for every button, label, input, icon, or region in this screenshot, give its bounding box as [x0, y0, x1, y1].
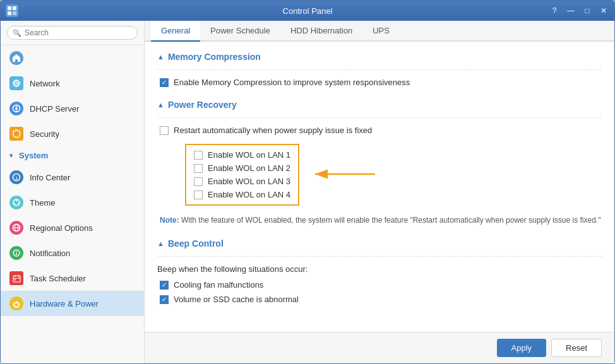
note-text: Note: With the feature of WOL enabled, t…: [160, 214, 602, 226]
search-input[interactable]: [25, 28, 132, 37]
title-bar: Control Panel ? — □ ✕: [1, 1, 614, 21]
sidebar-item-regional[interactable]: Regional Options: [1, 215, 144, 240]
sidebar-item-security[interactable]: Security: [1, 121, 144, 146]
app-icon: [6, 4, 18, 17]
svg-rect-28: [15, 279, 16, 280]
panel-body: ▲ Memory Compression Enable Memory Compr…: [145, 42, 614, 332]
section-title-text: Beep Control: [168, 238, 224, 249]
wol-lan1-row: Enable WOL on LAN 1: [194, 150, 290, 160]
wol-lan3-checkbox[interactable]: [194, 177, 203, 186]
home-icon: [9, 51, 23, 65]
wol-lan1-checkbox[interactable]: [194, 151, 203, 160]
sidebar-item-label: Info Center: [30, 173, 70, 182]
svg-rect-3: [13, 11, 16, 15]
dhcp-icon: [9, 102, 23, 115]
sidebar-item-label: DHCP Server: [30, 104, 80, 114]
help-button[interactable]: ?: [549, 5, 560, 16]
window-controls: ? — □ ✕: [549, 5, 609, 16]
wol-lan2-checkbox[interactable]: [194, 164, 203, 173]
notification-icon: [9, 246, 23, 260]
theme-icon: [9, 196, 23, 209]
panel: General Power Schedule HDD Hibernation U…: [145, 21, 614, 363]
sidebar-item-task-scheduler[interactable]: Task Scheduler: [1, 266, 144, 291]
arrow-annotation: [306, 158, 381, 192]
svg-point-9: [15, 107, 18, 110]
beep-fan-label: Cooling fan malfunctions: [174, 280, 263, 290]
wol-lan3-row: Enable WOL on LAN 3: [194, 177, 290, 186]
section-divider: [157, 117, 602, 118]
section-divider: [157, 69, 602, 70]
memory-compression-row: Enable Memory Compression to improve sys…: [157, 78, 602, 87]
sidebar-section-system: ▾ System: [1, 146, 144, 165]
tab-power-schedule[interactable]: Power Schedule: [200, 21, 280, 42]
beep-fan-row: Cooling fan malfunctions: [157, 280, 602, 290]
svg-rect-23: [16, 253, 17, 255]
restart-row: Restart automatically when power supply …: [157, 126, 602, 135]
beep-volume-checkbox[interactable]: [160, 295, 169, 304]
sidebar-item-info-center[interactable]: i Info Center: [1, 165, 144, 190]
sidebar-item-label: Theme: [30, 198, 55, 208]
chevron-down-icon: ▾: [9, 152, 13, 159]
wol-lan4-checkbox[interactable]: [194, 191, 203, 199]
sidebar-item-dhcp[interactable]: DHCP Server: [1, 96, 144, 121]
memory-compression-title: ▲ Memory Compression: [157, 52, 602, 62]
power-recovery-title: ▲ Power Recovery: [157, 100, 602, 110]
wol-box: Enable WOL on LAN 1 Enable WOL on LAN 2 …: [185, 144, 299, 206]
chevron-icon: ▲: [157, 53, 164, 61]
svg-rect-1: [13, 6, 16, 10]
sidebar-item-notification[interactable]: Notification: [1, 240, 144, 266]
svg-point-16: [14, 203, 15, 204]
title-bar-left: [6, 4, 18, 17]
control-panel-window: Control Panel ? — □ ✕ 🔍: [0, 0, 615, 364]
arrow-svg: [306, 158, 381, 190]
search-input-wrap[interactable]: 🔍: [7, 26, 138, 40]
maximize-button[interactable]: □: [582, 5, 593, 16]
sidebar-item-hardware-power[interactable]: Hardware & Power: [1, 291, 144, 316]
memory-compression-section: ▲ Memory Compression Enable Memory Compr…: [157, 52, 602, 87]
sidebar-item-network[interactable]: Network: [1, 71, 144, 96]
sidebar: 🔍: [1, 21, 145, 363]
sidebar-item-home[interactable]: [1, 45, 144, 71]
reset-button[interactable]: Reset: [551, 339, 602, 357]
restart-checkbox[interactable]: [160, 126, 169, 135]
apply-button[interactable]: Apply: [497, 339, 547, 357]
close-button[interactable]: ✕: [598, 5, 609, 16]
panel-footer: Apply Reset: [145, 332, 614, 363]
search-icon: 🔍: [13, 29, 21, 37]
power-recovery-section: ▲ Power Recovery Restart automatically w…: [157, 100, 602, 226]
beep-control-section: ▲ Beep Control Beep when the following s…: [157, 238, 602, 304]
svg-point-22: [16, 251, 17, 252]
memory-compression-label: Enable Memory Compression to improve sys…: [174, 78, 410, 87]
beep-volume-label: Volume or SSD cache is abnormal: [174, 295, 299, 304]
minimize-button[interactable]: —: [565, 5, 576, 16]
chevron-icon: ▲: [157, 101, 164, 109]
hardware-power-icon: [9, 296, 23, 310]
tab-hdd-hibernation[interactable]: HDD Hibernation: [280, 21, 362, 42]
wol-lan4-label: Enable WOL on LAN 4: [208, 190, 290, 199]
info-center-icon: i: [9, 170, 23, 184]
sidebar-item-label: Hardware & Power: [30, 299, 99, 308]
wol-lan4-row: Enable WOL on LAN 4: [194, 190, 290, 199]
svg-rect-0: [8, 6, 11, 10]
network-icon: [9, 76, 23, 90]
svg-point-15: [16, 200, 17, 201]
beep-volume-row: Volume or SSD cache is abnormal: [157, 295, 602, 304]
tab-general[interactable]: General: [151, 21, 200, 42]
memory-compression-checkbox[interactable]: [160, 78, 169, 87]
section-title-text: Memory Compression: [168, 52, 261, 62]
svg-rect-24: [13, 276, 20, 282]
sidebar-item-label: Security: [30, 129, 59, 139]
regional-icon: [9, 221, 23, 235]
window-title: Control Panel: [283, 6, 333, 16]
beep-intro: Beep when the following situations occur…: [157, 264, 602, 274]
sidebar-item-label: Notification: [30, 249, 70, 258]
note-label: Note:: [160, 216, 179, 225]
beep-fan-checkbox[interactable]: [160, 281, 169, 290]
security-icon: [9, 127, 23, 141]
svg-text:i: i: [16, 175, 17, 181]
section-label: System: [19, 151, 48, 160]
tab-ups[interactable]: UPS: [362, 21, 400, 42]
chevron-icon: ▲: [157, 240, 164, 247]
main-content: 🔍: [1, 21, 614, 363]
sidebar-item-theme[interactable]: Theme: [1, 190, 144, 215]
